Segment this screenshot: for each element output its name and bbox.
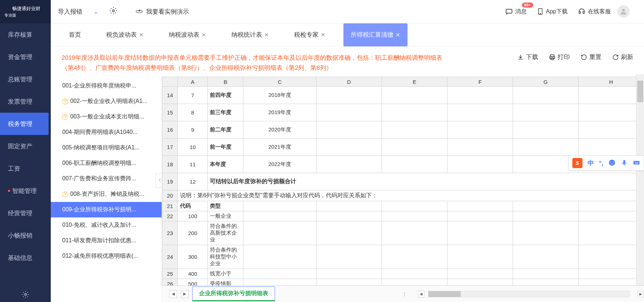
grid-cell[interactable] [243, 269, 316, 279]
grid-cell[interactable]: 7 [178, 87, 208, 104]
grid-cell[interactable] [447, 201, 513, 211]
row-header[interactable]: 23 [162, 221, 178, 245]
grid-cell[interactable]: 受疫情影 [208, 279, 243, 286]
grid-cell[interactable] [316, 221, 382, 245]
report-item-0[interactable]: 001-企业所得税年度纳税申... [51, 78, 162, 94]
grid-cell[interactable]: 2019年度 [243, 104, 316, 121]
row-header[interactable]: 18 [162, 156, 178, 173]
ime-punct-icon[interactable]: °, [599, 159, 603, 167]
messages-button[interactable]: 消息 99+ [505, 8, 527, 15]
grid-cell[interactable]: 10 [178, 139, 208, 156]
sidebar-item-10[interactable]: 基础信息 [0, 247, 51, 269]
grid-cell[interactable] [316, 211, 382, 221]
col-header-D[interactable]: D [316, 77, 382, 87]
grid-cell[interactable] [578, 211, 644, 221]
report-item-8[interactable]: 009-企业所得税弥补亏损明... [51, 202, 162, 217]
sidebar-item-0[interactable]: 库存核算 [0, 23, 51, 46]
col-header-F[interactable]: F [447, 77, 513, 87]
grid-cell[interactable] [382, 121, 447, 139]
sidebar-item-2[interactable]: 总账管理 [0, 68, 51, 90]
col-header-C[interactable]: C [243, 77, 316, 87]
grid-cell[interactable] [243, 201, 316, 211]
row-header[interactable]: 21 [162, 201, 178, 211]
grid-cell[interactable] [513, 87, 578, 104]
close-icon[interactable]: ✕ [139, 32, 144, 38]
grid-cell[interactable] [447, 139, 513, 156]
row-header[interactable]: 19 [162, 173, 178, 190]
row-header[interactable]: 14 [162, 87, 178, 104]
row-header[interactable]: 17 [162, 139, 178, 156]
grid-cell[interactable] [578, 87, 644, 104]
sidebar-item-8[interactable]: 经营管理 [0, 202, 51, 224]
grid-cell[interactable] [513, 211, 578, 221]
grid-cell[interactable] [316, 156, 382, 173]
report-item-9[interactable]: 010-免税、减计收入及加计... [51, 217, 162, 233]
row-header[interactable]: 22 [162, 211, 178, 221]
grid-cell[interactable]: 2020年度 [243, 121, 316, 139]
grid-cell[interactable]: 类型 [208, 201, 243, 211]
refresh-button[interactable]: 刷新 [612, 53, 633, 61]
grid-cell[interactable] [243, 211, 316, 221]
close-icon[interactable]: ✕ [396, 32, 400, 38]
row-header[interactable]: 20 [162, 190, 178, 201]
grid-cell[interactable]: 代码 [178, 201, 208, 211]
support-button[interactable]: 在线客服 [578, 8, 611, 15]
grid-cell[interactable] [316, 269, 382, 279]
sheet-nav-prev[interactable]: ◀ [169, 290, 177, 298]
grid-cell[interactable]: 2018年度 [243, 87, 316, 104]
grid-cell[interactable] [447, 245, 513, 269]
grid-cell[interactable] [316, 139, 382, 156]
grid-cell[interactable] [447, 87, 513, 104]
row-header[interactable]: 24 [162, 245, 178, 269]
grid-cell[interactable] [243, 221, 316, 245]
report-item-2[interactable]: ?003-一般企业成本支出明细... [51, 109, 162, 125]
demo-link[interactable]: 我要看实例演示 [135, 8, 189, 16]
tab-2[interactable]: 纳税波动表✕ [162, 27, 213, 43]
tab-4[interactable]: 税检专家✕ [287, 27, 333, 43]
report-item-4[interactable]: 005-纳税调整项目明细表(A1... [51, 140, 162, 155]
col-header-A[interactable]: A [178, 77, 208, 87]
grid-cell[interactable] [382, 87, 447, 104]
grid-cell[interactable] [316, 201, 382, 211]
grid-cell[interactable] [578, 121, 644, 139]
row-header[interactable]: 25 [162, 269, 178, 279]
grid-cell[interactable]: 符合条件的科技型中小企业 [208, 245, 243, 269]
report-item-11[interactable]: 012-减免所得税优惠明细表(... [51, 248, 162, 264]
app-download-button[interactable]: App下载 [537, 8, 568, 15]
sidebar-item-5[interactable]: 固定资产 [0, 135, 51, 157]
grid-cell[interactable] [243, 279, 316, 286]
grid-cell[interactable]: 300 [178, 245, 208, 269]
grid-cell[interactable]: 9 [178, 121, 208, 139]
avatar[interactable] [617, 5, 630, 18]
grid-cell[interactable] [578, 221, 644, 245]
grid-cell[interactable] [578, 245, 644, 269]
col-header-B[interactable]: B [208, 77, 243, 87]
grid-cell[interactable]: 12 [178, 173, 208, 190]
grid-cell[interactable] [578, 269, 644, 279]
grid-cell[interactable] [382, 201, 447, 211]
grid-cell[interactable]: 本年度 [208, 156, 243, 173]
grid-cell[interactable]: 200 [178, 221, 208, 245]
ime-emoji-icon[interactable] [608, 159, 616, 167]
grid-cell[interactable] [316, 279, 382, 286]
grid-cell[interactable] [382, 211, 447, 221]
close-icon[interactable]: ✕ [321, 32, 325, 38]
grid-cell[interactable] [447, 121, 513, 139]
report-item-1[interactable]: ?002-一般企业收入明细表(A1... [51, 94, 162, 109]
gear-icon[interactable] [109, 7, 117, 17]
sidebar-item-3[interactable]: 发票管理 [0, 90, 51, 113]
grid-cell[interactable]: 可结转以后年度弥补的亏损额合计 [208, 173, 644, 190]
grid-cell[interactable] [513, 121, 578, 139]
grid-cell[interactable]: 11 [178, 156, 208, 173]
grid-cell[interactable] [447, 221, 513, 245]
col-header-E[interactable]: E [382, 77, 447, 87]
ime-keyboard-icon[interactable] [633, 159, 640, 167]
grid-cell[interactable]: 线宽小于 [208, 269, 243, 279]
grid-cell[interactable] [513, 279, 578, 286]
hscroll-right[interactable]: ▶ [638, 291, 644, 297]
grid-cell[interactable] [382, 139, 447, 156]
report-item-6[interactable]: 007-广告费和业务宣传费跨... [51, 171, 162, 186]
grid-cell[interactable] [447, 156, 513, 173]
ime-lang[interactable]: 中 [587, 159, 594, 167]
grid-cell[interactable] [578, 104, 644, 121]
